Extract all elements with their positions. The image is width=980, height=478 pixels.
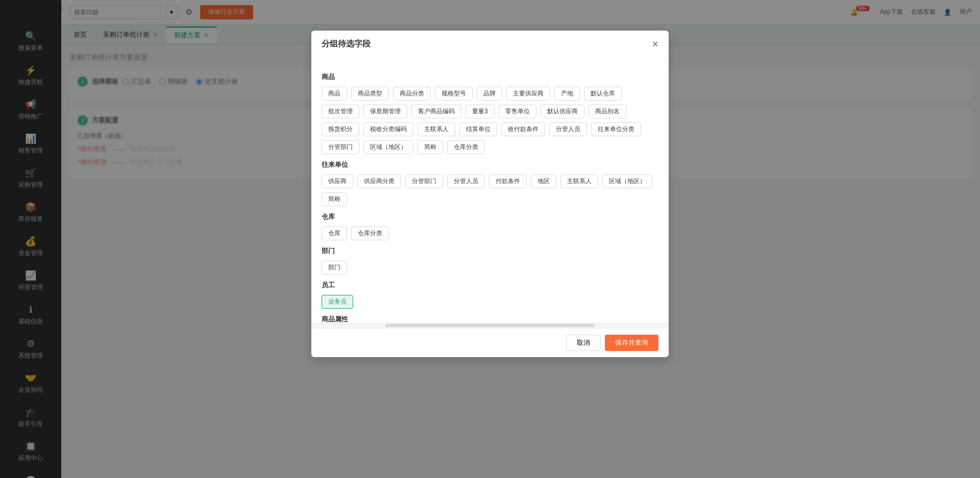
field-select-modal: 分组待选字段 ✕ 商品 商品 商品类型 商品分类 规格型号 品牌 主要供应商 产… <box>311 31 669 357</box>
field-tag[interactable]: 拣货积分 <box>322 122 359 136</box>
field-tag[interactable]: 区域（地区） <box>363 140 413 154</box>
field-tag[interactable]: 分管人员 <box>447 174 485 188</box>
field-tag[interactable]: 简称 <box>418 140 443 154</box>
field-tag[interactable]: 分管人员 <box>549 122 587 136</box>
field-tag[interactable]: 主联系人 <box>560 174 598 188</box>
field-tag[interactable]: 产地 <box>554 87 580 100</box>
modal-hscroll[interactable] <box>311 323 669 328</box>
section-title-warehouse: 仓库 <box>322 212 658 221</box>
section-title-partner: 往来单位 <box>322 160 658 169</box>
field-grid-warehouse: 仓库 仓库分类 <box>322 227 658 240</box>
modal-body: 商品 商品 商品类型 商品分类 规格型号 品牌 主要供应商 产地 默认仓库 批次… <box>311 58 669 323</box>
field-tag[interactable]: 主要供应商 <box>506 87 550 100</box>
field-tag[interactable]: 主联系人 <box>418 122 455 136</box>
field-tag[interactable]: 商品 <box>322 87 347 100</box>
field-tag[interactable]: 商品别名 <box>589 105 626 118</box>
modal-footer: 取消 保存并查询 <box>311 328 669 357</box>
field-tag[interactable]: 客户商品编码 <box>411 105 461 118</box>
section-title-goods: 商品 <box>322 72 658 82</box>
field-tag[interactable]: 仓库 <box>322 227 347 240</box>
field-grid-partner: 供应商 供应商分类 分管部门 分管人员 付款条件 地区 主联系人 区域（地区） … <box>322 174 658 206</box>
field-tag[interactable]: 分管部门 <box>322 140 359 154</box>
field-tag[interactable]: 区域（地区） <box>602 174 652 188</box>
modal-header: 分组待选字段 ✕ <box>311 31 669 58</box>
field-tag[interactable]: 部门 <box>322 261 347 274</box>
field-tag[interactable]: 仓库分类 <box>447 140 485 154</box>
field-tag[interactable]: 零售单位 <box>499 105 536 118</box>
field-grid-staff: 业务员 <box>322 295 658 309</box>
field-tag[interactable]: 简称 <box>322 192 347 206</box>
modal-overlay: 分组待选字段 ✕ 商品 商品 商品类型 商品分类 规格型号 品牌 主要供应商 产… <box>0 0 980 478</box>
field-tag[interactable]: 税收分类编码 <box>363 122 413 136</box>
field-tag[interactable]: 结算单位 <box>459 122 497 136</box>
field-tag[interactable]: 规格型号 <box>435 87 473 100</box>
field-tag[interactable]: 默认供应商 <box>541 105 584 118</box>
field-tag[interactable]: 批次管理 <box>322 105 359 118</box>
field-tag[interactable]: 往来单位分类 <box>591 122 641 136</box>
field-tag[interactable]: 默认仓库 <box>584 87 622 100</box>
field-grid-dept: 部门 <box>322 261 658 274</box>
field-tag[interactable]: 供应商分类 <box>357 174 401 188</box>
modal-title: 分组待选字段 <box>322 39 371 49</box>
field-tag[interactable]: 商品类型 <box>351 87 389 100</box>
field-tag[interactable]: 收付款条件 <box>501 122 545 136</box>
field-tag[interactable]: 仓库分类 <box>351 227 389 240</box>
section-title-attr: 商品属性 <box>322 315 658 323</box>
field-tag-staff-bizman[interactable]: 业务员 <box>322 295 353 309</box>
section-title-dept: 部门 <box>322 246 658 256</box>
modal-cancel-btn[interactable]: 取消 <box>566 335 601 351</box>
modal-close-btn[interactable]: ✕ <box>652 39 658 49</box>
field-tag[interactable]: 供应商 <box>322 174 353 188</box>
field-tag[interactable]: 付款条件 <box>489 174 527 188</box>
field-grid-goods: 商品 商品类型 商品分类 规格型号 品牌 主要供应商 产地 默认仓库 批次管理 … <box>322 87 658 154</box>
section-title-staff: 员工 <box>322 281 658 290</box>
field-tag[interactable]: 地区 <box>531 174 556 188</box>
modal-save-btn[interactable]: 保存并查询 <box>605 335 658 351</box>
field-tag[interactable]: 品牌 <box>477 87 502 100</box>
field-tag[interactable]: 重量3 <box>465 105 495 118</box>
field-tag[interactable]: 分管部门 <box>405 174 443 188</box>
field-tag[interactable]: 商品分类 <box>393 87 431 100</box>
field-tag[interactable]: 保质期管理 <box>363 105 407 118</box>
